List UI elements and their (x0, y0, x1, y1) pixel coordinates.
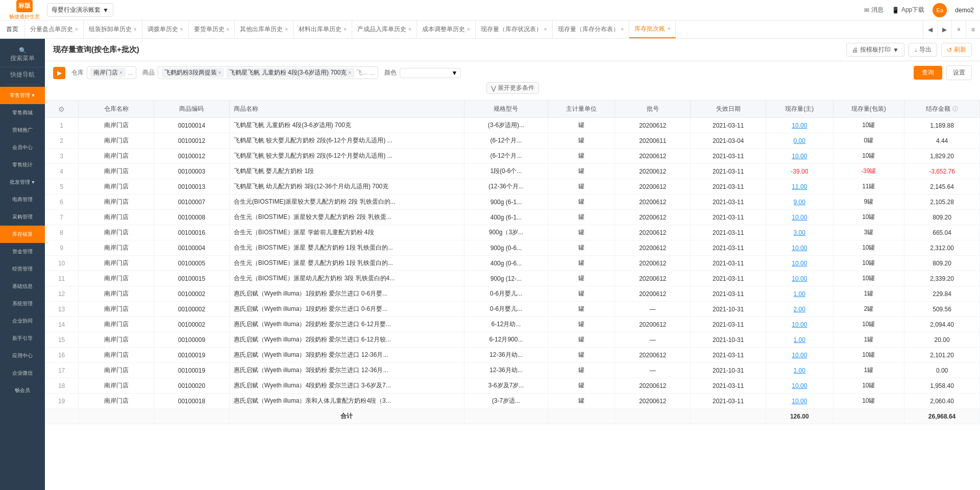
cell-batch: — (615, 302, 691, 317)
tab-pu-ci-pi[interactable]: 库存批次账 × (629, 20, 676, 38)
tab-close-icon[interactable]: × (344, 27, 347, 32)
cell-qty-main[interactable]: 10.00 (766, 378, 833, 394)
cell-code: 00100013 (154, 179, 230, 194)
cell-warehouse: 南岸门店 (79, 363, 154, 378)
sidebar-item-marketing[interactable]: 营销推广 (0, 121, 45, 139)
filter-collapse-btn[interactable]: ▶ (53, 67, 65, 79)
sidebar-item-system[interactable]: 系统管理 (0, 295, 45, 312)
cell-qty-main[interactable]: 1.00 (766, 363, 833, 378)
export-btn[interactable]: ↓ 导出 (909, 43, 937, 57)
sidebar-item-member[interactable]: 会员中心 (0, 139, 45, 156)
table-row: 6 南岸门店 00100007 合生元(BIOSTIME)派星较大婴儿配方奶粉 … (45, 194, 980, 210)
cell-qty-main[interactable]: 10.00 (766, 317, 833, 332)
sidebar-shortcut[interactable]: 快捷导航 (0, 67, 45, 82)
sidebar-item-member2[interactable]: 畅会员 (0, 382, 45, 399)
sidebar-item-ecommerce[interactable]: 电商管理 (0, 191, 45, 208)
cell-qty-main[interactable]: 10.00 (766, 240, 833, 256)
sidebar-item-finance[interactable]: 资金管理 (0, 243, 45, 260)
product-tag-close-1[interactable]: × (218, 70, 222, 76)
tab-chan-pin-ru[interactable]: 产成品入库单历史 × (352, 20, 417, 38)
cell-qty-pack: -39罐 (833, 164, 904, 179)
sidebar-item-appstore[interactable]: 应用中心 (0, 347, 45, 364)
cell-qty-main[interactable]: 10.00 (766, 271, 833, 286)
sidebar-item-label: 零售管理 (10, 92, 30, 99)
cell-qty-main[interactable]: 0.00 (766, 133, 833, 149)
tab-xian-cun-fen[interactable]: 现存量（库存分布表） × (553, 20, 630, 38)
tab-yao-huo[interactable]: 要货单历史 × (189, 20, 235, 38)
cell-qty-main[interactable]: 10.00 (766, 149, 833, 164)
product-tag-close-2[interactable]: × (348, 70, 351, 76)
tab-menu-btn[interactable]: ≡ (966, 20, 980, 39)
info-icon[interactable]: ⓘ (952, 106, 958, 112)
cell-qty-main[interactable]: 1.00 (766, 286, 833, 302)
cell-qty-main[interactable]: 10.00 (766, 394, 833, 409)
sidebar-search[interactable]: 🔍 搜索菜单 (0, 43, 45, 67)
sidebar-item-retail-shop[interactable]: 零售商城 (0, 104, 45, 121)
cell-qty-main[interactable]: 3.00 (766, 225, 833, 240)
cell-balance: 1,189.88 (904, 118, 980, 133)
tab-prev-btn[interactable]: ◀ (923, 20, 937, 39)
tab-close-all-btn[interactable]: × (951, 20, 966, 39)
tab-diao-bo[interactable]: 调拨单历史 × (142, 20, 189, 38)
sidebar-item-wholesale[interactable]: 批发管理 ▼ (0, 174, 45, 191)
cell-qty-main[interactable]: 10.00 (766, 348, 833, 363)
tab-close-icon[interactable]: × (667, 26, 670, 32)
sidebar-item-basic[interactable]: 基础信息 (0, 278, 45, 295)
tab-close-icon[interactable]: × (467, 27, 470, 32)
color-filter-input[interactable]: ▼ (400, 68, 461, 78)
query-btn[interactable]: 查询 (914, 66, 942, 80)
refresh-btn[interactable]: ↺ 刷新 (941, 43, 972, 57)
tab-zu-chai[interactable]: 组装拆卸单历史 × (84, 20, 142, 38)
warehouse-filter-input[interactable]: 南岸门店 × ... (87, 66, 136, 79)
tab-close-icon[interactable]: × (180, 27, 183, 32)
warehouse-select[interactable]: 母婴行业演示账套 ▼ (47, 3, 113, 17)
cell-qty-main[interactable]: 2.00 (766, 302, 833, 317)
sidebar-item-guide[interactable]: 新手引导 (0, 330, 45, 347)
tab-close-icon[interactable]: × (544, 27, 547, 32)
message-btn[interactable]: ✉ 消息 (864, 6, 884, 14)
setting-icon[interactable]: ⚙ (58, 105, 65, 113)
template-print-btn[interactable]: 🖨 按模板打印 ▼ (846, 43, 904, 57)
sidebar-item-retail-mgmt[interactable]: 零售管理 ▼ (0, 87, 45, 104)
tab-fen-cang[interactable]: 分量盘点单历史 × (25, 20, 84, 38)
cell-qty-main[interactable]: 11.00 (766, 179, 833, 194)
sidebar-item-inventory[interactable]: 库存核算 (0, 226, 45, 243)
cell-qty-main[interactable]: 10.00 (766, 210, 833, 225)
tab-cai-liao[interactable]: 材料出库单历史 × (293, 20, 352, 38)
cell-expire: 2021-03-11 (691, 317, 766, 332)
filter-area: ▶ 仓库 南岸门店 × ... 商品 飞鹤奶粉3段 (45, 61, 980, 101)
cell-qty-main[interactable]: 10.00 (766, 118, 833, 133)
sidebar-item-enterprise[interactable]: 企业协同 (0, 312, 45, 330)
tab-cheng-ben[interactable]: 成本调整单历史 × (417, 20, 476, 38)
col-setting[interactable]: ⚙ (45, 101, 79, 118)
tab-close-icon[interactable]: × (408, 27, 411, 32)
warehouse-tag-close[interactable]: × (119, 70, 122, 76)
setting-btn[interactable]: 设置 (946, 65, 972, 80)
cell-qty-main[interactable]: 1.00 (766, 332, 833, 348)
footer-empty-1 (45, 409, 79, 424)
cell-code: 00100014 (154, 118, 230, 133)
expand-conditions-btn[interactable]: ⋁ 展开更多条件 (486, 82, 539, 94)
tab-close-icon[interactable]: × (134, 27, 137, 32)
cell-unit: 罐 (548, 118, 615, 133)
sidebar-item-operations[interactable]: 经营管理 (0, 260, 45, 278)
product-filter-input[interactable]: 飞鹤奶粉3段两提装 × 飞鹤星飞帆 儿童奶粉 4段(3-6岁适用) 700克 ×… (158, 66, 378, 79)
tab-home[interactable]: 首页 (0, 20, 25, 38)
tab-close-icon[interactable]: × (285, 27, 288, 32)
tab-qi-ta-chu[interactable]: 其他出库单历史 × (235, 20, 293, 38)
sidebar-item-purchase[interactable]: 采购管理 (0, 208, 45, 226)
tab-close-icon[interactable]: × (227, 27, 230, 32)
cell-qty-main[interactable]: 9.00 (766, 194, 833, 210)
data-table: ⚙ 仓库名称 商品编码 商品名称 规格型号 主计量单位 批号 失效日期 现存量(… (45, 101, 980, 424)
sidebar-item-retail-stat[interactable]: 零售统计 (0, 156, 45, 174)
cell-qty-main[interactable]: 10.00 (766, 256, 833, 271)
tab-close-icon[interactable]: × (621, 27, 624, 32)
cell-balance: 809.20 (904, 210, 980, 225)
tab-next-btn[interactable]: ▶ (937, 20, 951, 39)
app-download-btn[interactable]: 📱 App下载 (892, 6, 924, 14)
tab-xian-cun-ku[interactable]: 现存量（库存状况表） × (476, 20, 553, 38)
cell-warehouse: 南岸门店 (79, 302, 154, 317)
table-row: 11 南岸门店 00100015 合生元（BIOSTIME）派星幼儿配方奶粉 3… (45, 271, 980, 286)
sidebar-item-wechat[interactable]: 企业微信 (0, 364, 45, 382)
tab-close-icon[interactable]: × (75, 27, 78, 32)
